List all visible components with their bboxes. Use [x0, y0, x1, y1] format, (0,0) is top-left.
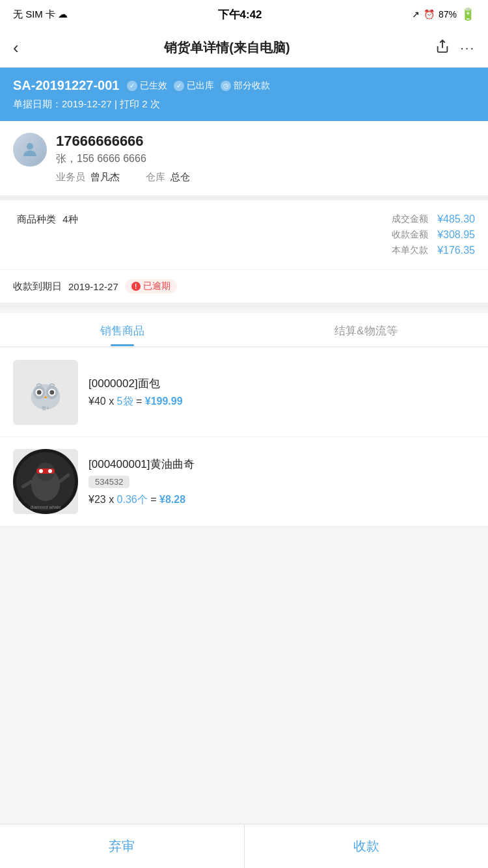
overdue-badge: ! 已逾期 [125, 279, 177, 293]
badge-shipped: ✓ 已出库 [174, 80, 214, 92]
product-total-2: ¥8.28 [159, 494, 185, 505]
product-qty-1: 5袋 [117, 396, 133, 407]
product-name-2: [000400001]黄油曲奇 [88, 457, 475, 472]
svg-point-7 [49, 390, 54, 395]
location-icon: ↗ [412, 9, 420, 20]
warehouse-value: 总仓 [170, 171, 190, 183]
battery-icon: 🔋 [461, 7, 475, 21]
product-qty-2: 0.36个 [117, 494, 148, 505]
svg-text:diamond whale: diamond whale [30, 505, 61, 509]
tab-settlement[interactable]: 结算&物流等 [244, 313, 488, 346]
nav-bar: ‹ 销货单详情(来自电脑) ··· [0, 29, 488, 68]
product-mascot-icon: diamond whale [13, 449, 78, 514]
divider-1 [0, 195, 488, 200]
battery-text: 87% [439, 9, 457, 20]
sim-text: 无 SIM 卡 ☁ [13, 8, 68, 21]
sales-person-value: 曾凡杰 [90, 171, 120, 183]
nav-right: ··· [435, 39, 475, 57]
owed-amount-label: 本单欠款 [392, 245, 428, 256]
warehouse-item: 仓库 总仓 [146, 171, 190, 183]
overdue-dot-icon: ! [131, 282, 141, 291]
due-date-value: 2019-12-27 [68, 281, 118, 292]
product-item: 管+ [0000002]面包 ¥40 x 5袋 = ¥199.99 [0, 348, 488, 437]
status-time: 下午4:42 [218, 7, 262, 22]
product-total-1: ¥199.99 [145, 396, 183, 407]
received-amount-row: 收款金额 ¥308.95 [392, 229, 475, 241]
more-icon[interactable]: ··· [460, 40, 475, 55]
product-details-2: [000400001]黄油曲奇 534532 ¥23 x 0.36个 = ¥8.… [88, 457, 475, 507]
svg-point-6 [37, 390, 42, 395]
order-banner: SA-20191227-001 ✓ 已生效 ✓ 已出库 ◷ 部分收款 [0, 68, 488, 121]
status-left: 无 SIM 卡 ☁ [13, 8, 68, 21]
tab-sales-products[interactable]: 销售商品 [0, 313, 244, 346]
bottom-spacer [0, 526, 488, 578]
check-icon-1: ✓ [127, 81, 137, 91]
customer-meta: 业务员 曾凡杰 仓库 总仓 [56, 171, 475, 183]
page-title: 销货单详情(来自电脑) [164, 39, 290, 57]
avatar [13, 133, 47, 167]
bottom-bar: 弃审 收款 [0, 824, 488, 868]
product-tag-2: 534532 [88, 476, 129, 488]
order-id: SA-20191227-001 [13, 78, 119, 93]
svg-point-15 [39, 469, 43, 473]
check-icon-2: ✓ [174, 81, 184, 91]
warehouse-label: 仓库 [146, 171, 165, 183]
alarm-icon: ⏰ [424, 9, 435, 20]
nav-left: ‹ [13, 38, 19, 58]
badge-effective: ✓ 已生效 [127, 80, 167, 92]
customer-info: 17666666666 张，156 6666 6666 业务员 曾凡杰 仓库 总… [56, 133, 475, 183]
due-date-label: 收款到期日 [13, 280, 62, 293]
owed-amount-row: 本单欠款 ¥176.35 [392, 245, 475, 256]
sales-person-item: 业务员 曾凡杰 [56, 171, 120, 183]
stats-right: 成交金额 ¥485.30 收款金额 ¥308.95 本单欠款 ¥176.35 [392, 213, 475, 256]
transaction-amount-value: ¥485.30 [437, 213, 475, 225]
share-icon[interactable] [435, 39, 450, 57]
stats-section: 商品种类 4种 成交金额 ¥485.30 收款金额 ¥308.95 本单欠款 ¥… [0, 200, 488, 269]
products-section: 管+ [0000002]面包 ¥40 x 5袋 = ¥199.99 [0, 348, 488, 526]
received-amount-label: 收款金额 [392, 229, 428, 241]
svg-point-16 [48, 469, 52, 473]
svg-point-0 [27, 143, 33, 150]
order-badges: ✓ 已生效 ✓ 已出库 ◷ 部分收款 [127, 80, 270, 92]
customer-name-phone: 张，156 6666 6666 [56, 152, 475, 166]
product-details-1: [0000002]面包 ¥40 x 5袋 = ¥199.99 [88, 376, 475, 409]
svg-text:管+: 管+ [42, 406, 49, 411]
order-doc-date: 单据日期：2019-12-27 | 打印 2 次 [13, 98, 475, 111]
badge-partial-payment: ◷ 部分收款 [221, 80, 270, 92]
back-button[interactable]: ‹ [13, 38, 19, 58]
customer-id: 17666666666 [56, 133, 475, 150]
transaction-amount-label: 成交金额 [392, 213, 428, 225]
divider-2 [0, 303, 488, 308]
received-amount-value: ¥308.95 [437, 229, 475, 241]
tabs-section: 销售商品 结算&物流等 [0, 313, 488, 347]
product-item: diamond whale [000400001]黄油曲奇 534532 ¥23… [0, 437, 488, 526]
cancel-review-button[interactable]: 弃审 [0, 824, 245, 868]
transaction-amount-row: 成交金额 ¥485.30 [392, 213, 475, 225]
due-date-section: 收款到期日 2019-12-27 ! 已逾期 [0, 269, 488, 303]
product-thumbnail-1: 管+ [13, 360, 78, 425]
stats-left: 商品种类 4种 [13, 213, 78, 256]
owl-icon: 管+ [23, 370, 68, 415]
product-price-2: ¥23 x 0.36个 = ¥8.28 [88, 493, 475, 507]
product-types-item: 商品种类 4种 [13, 213, 78, 226]
product-thumbnail-2: diamond whale [13, 449, 78, 514]
product-name-1: [0000002]面包 [88, 376, 475, 391]
customer-section: 17666666666 张，156 6666 6666 业务员 曾凡杰 仓库 总… [0, 121, 488, 195]
overdue-text: 已逾期 [143, 280, 170, 292]
product-price-1: ¥40 x 5袋 = ¥199.99 [88, 395, 475, 409]
collect-payment-button[interactable]: 收款 [245, 824, 489, 868]
order-banner-top: SA-20191227-001 ✓ 已生效 ✓ 已出库 ◷ 部分收款 [13, 78, 475, 93]
owed-amount-value: ¥176.35 [437, 245, 475, 256]
status-bar: 无 SIM 卡 ☁ 下午4:42 ↗ ⏰ 87% 🔋 [0, 0, 488, 29]
person-icon [20, 140, 40, 159]
tabs-row: 销售商品 结算&物流等 [0, 313, 488, 346]
status-right: ↗ ⏰ 87% 🔋 [412, 7, 475, 21]
clock-icon: ◷ [221, 81, 231, 91]
sales-person-label: 业务员 [56, 171, 85, 183]
